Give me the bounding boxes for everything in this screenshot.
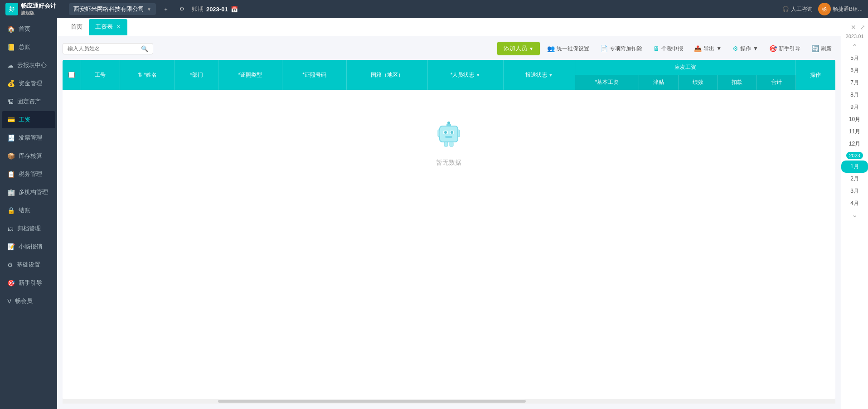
right-panel-controls: ✕ ⤢ — [841, 22, 868, 33]
tab-home-label: 首页 — [71, 23, 82, 31]
tab-payroll[interactable]: 工资表 ✕ — [89, 19, 127, 35]
month-item-8[interactable]: 8月 — [841, 89, 868, 101]
sidebar-item-member[interactable]: V 畅会员 — [2, 292, 55, 310]
close-panel-button[interactable]: ✕ — [850, 23, 857, 32]
service-label: 人工咨询 — [791, 5, 813, 13]
search-icon: 🔍 — [141, 45, 148, 52]
social-security-label: 统一社保设置 — [557, 45, 589, 53]
settings-icon[interactable]: ⚙ — [176, 4, 188, 14]
sidebar-item-expense[interactable]: 📝 小畅报销 — [2, 238, 55, 255]
sidebar-item-multi-org[interactable]: 🏢 多机构管理 — [2, 184, 55, 201]
sidebar-item-fixed-assets[interactable]: 🏗 固定资产 — [2, 93, 55, 110]
sidebar-item-label: 小畅报销 — [19, 243, 42, 251]
year-badge: 2023 — [846, 152, 863, 159]
social-security-action[interactable]: 👥 统一社保设置 — [543, 43, 593, 55]
new-guide-action[interactable]: 🎯 新手引导 — [766, 43, 804, 55]
special-deduction-label: 专项附加扣除 — [610, 45, 642, 53]
payroll-group-th: 应发工资 — [575, 60, 796, 75]
add-company-button[interactable]: ＋ — [160, 4, 172, 15]
multi-org-icon: 🏢 — [7, 189, 15, 196]
month-item-7[interactable]: 7月 — [841, 77, 868, 89]
calendar-icon[interactable]: 📅 — [231, 6, 238, 13]
sidebar-item-fund[interactable]: 💰 资金管理 — [2, 75, 55, 92]
month-item-10[interactable]: 10月 — [841, 113, 868, 126]
page-content: 🔍 添加人员 ▼ 👥 统一社保设置 📄 专项附加扣除 🖥 个税申报 — [57, 36, 841, 409]
sidebar-item-ledger[interactable]: 📒 总账 — [2, 39, 55, 56]
month-item-mar[interactable]: 3月 — [841, 185, 868, 197]
svg-rect-5 — [445, 136, 452, 138]
logo-area: 好 畅应通好会计 旗舰版 — [5, 2, 56, 16]
special-deduction-action[interactable]: 📄 专项附加扣除 — [596, 43, 646, 55]
sidebar-item-archive[interactable]: 🗂 归档管理 — [2, 220, 55, 237]
maximize-panel-button[interactable]: ⤢ — [859, 23, 866, 32]
operations-label: 操作 — [740, 45, 751, 53]
payroll-table: 工号 ⇅ *姓名 *部门 *证照类型 *证照号码 国籍（地区） *人员状态 ▼ — [63, 60, 835, 194]
month-item-5[interactable]: 5月 — [841, 52, 868, 64]
svg-point-3 — [444, 131, 447, 134]
select-all-th — [63, 60, 81, 90]
sidebar-item-invoice[interactable]: 🧾 发票管理 — [2, 129, 55, 146]
service-button[interactable]: 🎧 人工咨询 — [782, 5, 813, 13]
year-display: 2023 — [846, 34, 857, 39]
sidebar-item-payroll[interactable]: 💳 工资 — [2, 111, 55, 128]
scrollbar-thumb[interactable] — [218, 400, 526, 403]
period-area: 账期 2023-01 📅 — [192, 5, 238, 13]
add-person-button[interactable]: 添加人员 ▼ — [497, 42, 540, 55]
month-item-6[interactable]: 6月 — [841, 64, 868, 77]
base-salary-th: *基本工资 — [575, 75, 639, 90]
tax-filing-action[interactable]: 🖥 个税申报 — [650, 43, 687, 55]
inventory-icon: 📦 — [7, 152, 15, 160]
refresh-icon: 🔄 — [811, 45, 819, 52]
month-item-11[interactable]: 11月 — [841, 126, 868, 138]
tab-close-icon[interactable]: ✕ — [116, 24, 121, 29]
horizontal-scrollbar[interactable] — [63, 399, 835, 404]
fixed-assets-icon: 🏗 — [7, 98, 14, 105]
allowance-th: 津贴 — [639, 75, 679, 90]
export-action[interactable]: 📤 导出 ▼ — [690, 43, 725, 55]
svg-rect-9 — [450, 142, 453, 146]
sidebar-item-cloud-report[interactable]: ☁ 云报表中心 — [2, 57, 55, 74]
emp-status-filter-icon[interactable]: ▼ — [476, 73, 480, 78]
month-item-jan-active[interactable]: 1月 — [841, 161, 868, 173]
current-period-display: 2023.01 — [844, 33, 866, 40]
sidebar-item-label: 资金管理 — [19, 79, 42, 88]
company-selector[interactable]: 西安虾米网络科技有限公司 ▼ — [69, 3, 156, 15]
report-status-filter-icon[interactable]: ▼ — [548, 73, 553, 78]
operations-action[interactable]: ⚙ 操作 ▼ — [729, 43, 762, 55]
sidebar-item-label: 基础设置 — [17, 261, 40, 269]
sidebar-item-settings[interactable]: ⚙ 基础设置 — [2, 256, 55, 273]
search-input[interactable] — [68, 45, 138, 52]
expense-icon: 📝 — [7, 243, 15, 250]
sidebar-item-inventory[interactable]: 📦 库存核算 — [2, 147, 55, 165]
sidebar-item-home[interactable]: 🏠 首页 — [2, 20, 55, 38]
period-suffix: .01 — [857, 34, 863, 39]
user-profile[interactable]: 畅 畅捷通B组... — [818, 3, 863, 15]
cloud-icon: ☁ — [7, 62, 14, 69]
id-no-th: *证照号码 — [282, 60, 347, 90]
prev-year-button[interactable]: ⌃ — [841, 42, 868, 52]
month-item-9[interactable]: 9月 — [841, 101, 868, 113]
id-type-th: *证照类型 — [218, 60, 282, 90]
sidebar-item-close-period[interactable]: 🔒 结账 — [2, 202, 55, 219]
sort-icon: ⇅ — [138, 72, 142, 78]
toolbar: 🔍 添加人员 ▼ 👥 统一社保设置 📄 专项附加扣除 🖥 个税申报 — [63, 42, 835, 55]
month-item-apr[interactable]: 4月 — [841, 197, 868, 209]
total-th: 合计 — [756, 75, 796, 90]
next-year-button[interactable]: ⌄ — [841, 209, 868, 220]
new-guide-label: 新手引导 — [779, 45, 800, 53]
sidebar-item-guide[interactable]: 🎯 新手引导 — [2, 274, 55, 292]
export-dropdown-icon: ▼ — [716, 45, 722, 52]
select-all-checkbox[interactable] — [68, 72, 75, 78]
sidebar-item-label: 库存核算 — [19, 152, 42, 160]
right-panel: ✕ ⤢ 2023.01 ⌃ 5月 6月 7月 8月 9月 10月 11月 12月 — [841, 18, 868, 409]
sidebar-item-label: 固定资产 — [17, 97, 41, 106]
tab-bar: 首页 工资表 ✕ — [57, 18, 841, 36]
social-security-icon: 👥 — [547, 45, 555, 52]
month-item-feb[interactable]: 2月 — [841, 173, 868, 185]
tab-home[interactable]: 首页 — [64, 19, 89, 35]
special-deduction-icon: 📄 — [600, 45, 608, 52]
refresh-action[interactable]: 🔄 刷新 — [808, 43, 835, 55]
dropdown-arrow-icon: ▼ — [529, 46, 533, 51]
month-item-12[interactable]: 12月 — [841, 138, 868, 150]
sidebar-item-tax[interactable]: 📋 税务管理 — [2, 166, 55, 183]
